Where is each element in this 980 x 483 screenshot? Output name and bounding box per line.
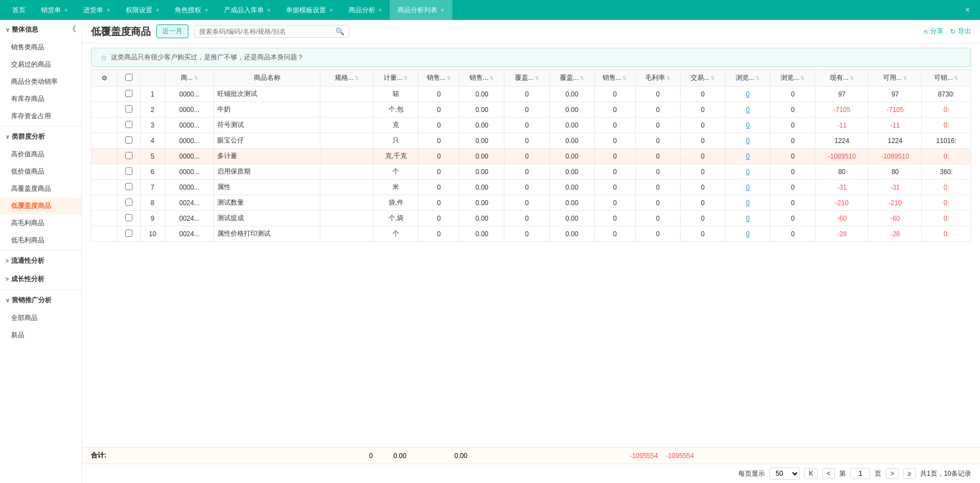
col-browse1-cell[interactable]: 0: [726, 226, 770, 242]
col-check-cell[interactable]: [118, 149, 140, 164]
nav-tab-template[interactable]: 单据模板设置 ×: [278, 0, 340, 20]
export-button[interactable]: ↻ 导出: [950, 27, 971, 36]
col-cover2-header[interactable]: 覆盖...⇅: [549, 70, 594, 87]
row-checkbox[interactable]: [125, 121, 132, 128]
row-checkbox[interactable]: [125, 105, 132, 113]
col-sellable-header[interactable]: 可销...⇅: [922, 70, 971, 87]
sidebar-group-marketing[interactable]: ∨ 营销推广分析: [0, 291, 81, 309]
col-check-cell[interactable]: [118, 195, 140, 211]
col-check-cell[interactable]: [118, 226, 140, 242]
sidebar-item-high-margin[interactable]: 高毛利商品: [0, 215, 81, 232]
close-icon[interactable]: ×: [329, 7, 333, 13]
browse1-link[interactable]: 0: [746, 106, 750, 114]
sidebar-item-all-goods[interactable]: 全部商品: [0, 309, 81, 327]
col-browse1-cell[interactable]: 0: [726, 102, 770, 118]
sidebar-group-circulation[interactable]: > 流通性分析: [0, 252, 81, 270]
col-browse1-cell[interactable]: 0: [726, 149, 770, 164]
col-check-cell[interactable]: [118, 87, 140, 102]
browse1-link[interactable]: 0: [746, 184, 750, 191]
col-settings[interactable]: ⚙: [91, 70, 118, 87]
filter-recent-month-button[interactable]: 近一月: [156, 24, 188, 38]
row-checkbox[interactable]: [125, 90, 132, 97]
close-icon[interactable]: ×: [205, 7, 208, 13]
col-name-cell[interactable]: 眼宝公仔: [214, 133, 320, 149]
col-browse1-cell[interactable]: 0: [726, 195, 770, 211]
share-button[interactable]: ⎋ 分享: [924, 27, 943, 36]
sidebar-item-high-value[interactable]: 高价值商品: [0, 146, 81, 163]
nav-tab-home[interactable]: 首页: [4, 0, 33, 20]
nav-tab-role[interactable]: 角色授权 ×: [167, 0, 216, 20]
col-avail-header[interactable]: 可用...⇅: [869, 70, 922, 87]
nav-tab-production[interactable]: 产成品入库单 ×: [216, 0, 278, 20]
browse1-link[interactable]: 0: [746, 168, 750, 176]
sidebar-group-growth[interactable]: > 成长性分析: [0, 270, 81, 288]
col-name-cell[interactable]: 属性价格打印测试: [214, 226, 320, 242]
sidebar-item-sales-goods[interactable]: 销售类商品: [0, 39, 81, 56]
col-trans-header[interactable]: 交易...⇅: [680, 70, 725, 87]
sidebar-item-traded-goods[interactable]: 交易过的商品: [0, 56, 81, 73]
close-icon[interactable]: ×: [156, 7, 159, 13]
table-container[interactable]: ⚙ 商...⇅ 商品名称 规格...⇅ 计量...⇅ 销售...⇅ 销售...⇅…: [82, 69, 980, 447]
col-check-cell[interactable]: [118, 211, 140, 226]
search-icon[interactable]: 🔍: [335, 27, 344, 35]
col-check-cell[interactable]: [118, 118, 140, 133]
col-browse1-cell[interactable]: 0: [726, 133, 770, 149]
row-checkbox[interactable]: [125, 199, 132, 206]
col-name-cell[interactable]: 旺铺批次测试: [214, 87, 320, 102]
browse1-link[interactable]: 0: [746, 121, 750, 129]
col-check[interactable]: [118, 70, 140, 87]
nav-tab-analysis-list[interactable]: 商品分析列表 ×: [390, 0, 452, 20]
close-icon[interactable]: ×: [106, 7, 110, 13]
browse1-link[interactable]: 0: [746, 137, 750, 145]
col-sales2-header[interactable]: 销售...⇅: [594, 70, 635, 87]
sidebar-item-category-rate[interactable]: 商品分类动销率: [0, 73, 81, 90]
col-current-header[interactable]: 现有...⇅: [815, 70, 869, 87]
page-number-input[interactable]: [850, 468, 870, 479]
close-icon[interactable]: ×: [267, 7, 270, 13]
sidebar-group-overall[interactable]: ∨ 整体信息 《: [0, 20, 81, 39]
row-checkbox[interactable]: [125, 214, 132, 221]
col-browse1-cell[interactable]: 0: [726, 87, 770, 102]
col-sales-count-header[interactable]: 销售...⇅: [418, 70, 460, 87]
col-sales-amt-header[interactable]: 销售...⇅: [460, 70, 504, 87]
close-icon[interactable]: ×: [441, 7, 444, 13]
browse1-link[interactable]: 0: [746, 230, 750, 238]
sidebar-item-inventory-goods[interactable]: 有库存商品: [0, 90, 81, 108]
last-page-button[interactable]: ≥: [903, 468, 916, 479]
col-browse1-cell[interactable]: 0: [726, 180, 770, 195]
row-checkbox[interactable]: [125, 167, 132, 175]
col-name-cell[interactable]: 启用保质期: [214, 164, 320, 180]
page-size-select[interactable]: 50 100 200: [769, 467, 800, 480]
col-name-cell[interactable]: 多计量: [214, 149, 320, 164]
nav-tab-purchase[interactable]: 进货单 ×: [75, 0, 118, 20]
next-page-button[interactable]: >: [886, 468, 899, 479]
select-all-checkbox[interactable]: [125, 74, 132, 81]
nav-tab-sales[interactable]: 销货单 ×: [33, 0, 75, 20]
col-check-cell[interactable]: [118, 133, 140, 149]
row-checkbox[interactable]: [125, 183, 132, 190]
col-check-cell[interactable]: [118, 180, 140, 195]
col-browse2-header[interactable]: 浏览...⇅: [770, 70, 815, 87]
col-name-cell[interactable]: 符号测试: [214, 118, 320, 133]
sidebar-group-cluster[interactable]: ∨ 类群度分析: [0, 128, 81, 146]
col-spec-header[interactable]: 规格...⇅: [320, 70, 374, 87]
col-cover1-header[interactable]: 覆盖...⇅: [504, 70, 549, 87]
sidebar-item-inventory-capital[interactable]: 库存资金占用: [0, 108, 81, 125]
browse1-link[interactable]: 0: [746, 199, 750, 207]
browse1-link[interactable]: 0: [746, 215, 750, 222]
sidebar-item-low-value[interactable]: 低价值商品: [0, 163, 81, 180]
col-browse1-cell[interactable]: 0: [726, 164, 770, 180]
col-browse1-cell[interactable]: 0: [726, 118, 770, 133]
row-checkbox[interactable]: [125, 136, 132, 144]
sidebar-item-new-goods[interactable]: 新品: [0, 327, 81, 344]
nav-tab-analysis[interactable]: 商品分析 ×: [341, 0, 390, 20]
col-name-cell[interactable]: 测试数量: [214, 195, 320, 211]
collapse-sidebar-button[interactable]: 《: [68, 24, 76, 34]
col-name-cell[interactable]: 属性: [214, 180, 320, 195]
sidebar-item-low-coverage[interactable]: 低覆盖度商品: [0, 197, 81, 215]
col-browse1-header[interactable]: 浏览...⇅: [726, 70, 770, 87]
browse1-link[interactable]: 0: [746, 152, 750, 160]
close-icon[interactable]: ×: [64, 7, 68, 13]
col-check-cell[interactable]: [118, 164, 140, 180]
browse1-link[interactable]: 0: [746, 90, 750, 98]
